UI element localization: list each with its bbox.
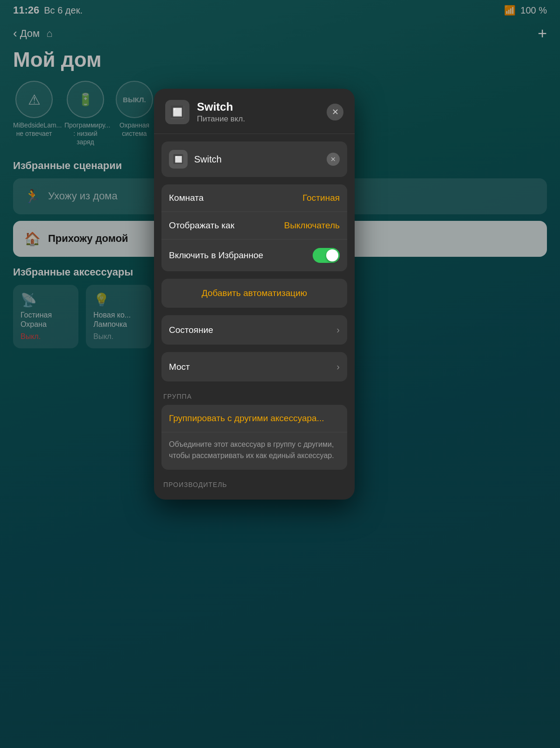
- status-nav-row[interactable]: Состояние ›: [161, 315, 347, 345]
- bridge-chevron-icon: ›: [336, 361, 340, 372]
- group-desc-row: Объедините этот аксессуар в группу с дру…: [161, 432, 347, 470]
- close-icon: ✕: [332, 107, 339, 117]
- settings-row-display-as[interactable]: Отображать как Выключатель: [161, 212, 347, 240]
- modal-subtitle: Питание вкл.: [197, 114, 319, 124]
- switch-name-device-icon: 🔲: [169, 150, 188, 169]
- settings-block: Комната Гостиная Отображать как Выключат…: [161, 184, 347, 271]
- settings-row-room[interactable]: Комната Гостиная: [161, 184, 347, 212]
- group-section: ГРУППА Группировать с другими аксессуара…: [161, 393, 347, 470]
- modal-title: Switch: [197, 100, 319, 113]
- modal-title-group: Switch Питание вкл.: [197, 100, 319, 124]
- switch-small-icon: 🔲: [173, 154, 184, 165]
- settings-row-favorite[interactable]: Включить в Избранное: [161, 240, 347, 271]
- add-automation-button[interactable]: Добавить автоматизацию: [161, 279, 347, 308]
- settings-favorite-label: Включить в Избранное: [169, 250, 263, 261]
- bridge-row-label: Мост: [169, 362, 190, 372]
- settings-room-value: Гостиная: [302, 193, 340, 203]
- group-block: Группировать с другими аксессуара... Объ…: [161, 405, 347, 470]
- switch-icon: 🔲: [170, 105, 185, 120]
- modal-panel: 🔲 Switch Питание вкл. ✕ 🔲 Switch ✕ Комна…: [154, 89, 355, 500]
- settings-room-label: Комната: [169, 193, 203, 203]
- modal-device-icon: 🔲: [165, 100, 189, 124]
- switch-name-label: Switch: [194, 154, 320, 165]
- modal-close-button[interactable]: ✕: [327, 104, 343, 120]
- add-automation-label: Добавить автоматизацию: [202, 288, 307, 298]
- group-section-title: ГРУППА: [161, 393, 347, 400]
- status-row-label: Состояние: [169, 325, 213, 335]
- group-desc-text: Объедините этот аксессуар в группу с дру…: [169, 440, 334, 459]
- status-chevron-icon: ›: [336, 325, 340, 335]
- bridge-nav-row[interactable]: Мост ›: [161, 352, 347, 381]
- manufacturer-section: ПРОИЗВОДИТЕЛЬ: [161, 481, 347, 488]
- settings-display-value: Выключатель: [284, 220, 340, 231]
- settings-display-label: Отображать как: [169, 220, 234, 231]
- switch-name-remove-button[interactable]: ✕: [327, 153, 340, 166]
- manufacturer-title: ПРОИЗВОДИТЕЛЬ: [161, 481, 347, 488]
- switch-name-row: 🔲 Switch ✕: [161, 141, 347, 177]
- group-action-label: Группировать с другими аксессуара...: [169, 413, 324, 423]
- modal-header: 🔲 Switch Питание вкл. ✕: [154, 89, 355, 134]
- modal-bottom-padding: [154, 488, 355, 500]
- group-action-row[interactable]: Группировать с другими аксессуара...: [161, 405, 347, 432]
- favorite-toggle[interactable]: [313, 248, 340, 263]
- toggle-thumb: [326, 249, 338, 261]
- remove-icon: ✕: [330, 155, 336, 163]
